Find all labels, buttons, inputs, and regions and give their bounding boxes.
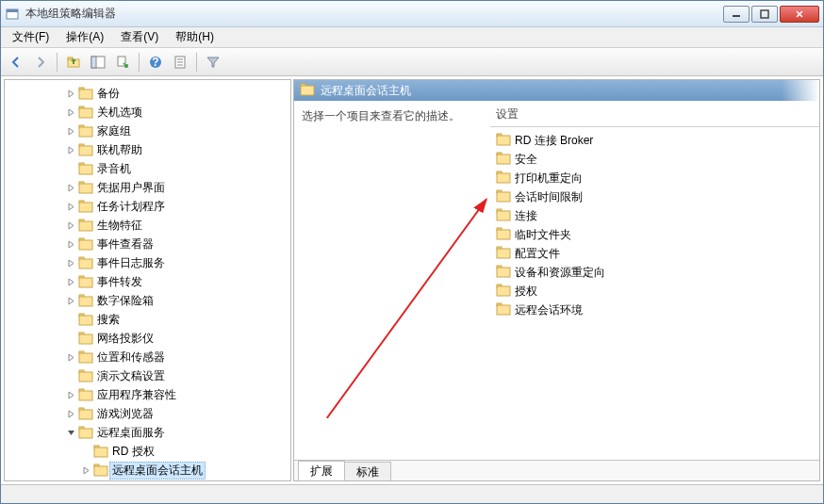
expand-icon[interactable] bbox=[65, 276, 76, 287]
tree-item[interactable]: 远程桌面会话主机 bbox=[5, 461, 290, 480]
tree-item-label: 演示文稿设置 bbox=[97, 368, 165, 384]
tree-item-label: 位置和传感器 bbox=[97, 350, 165, 366]
export-list-button[interactable] bbox=[111, 51, 134, 73]
expand-icon[interactable] bbox=[80, 464, 91, 476]
minimize-button[interactable] bbox=[723, 6, 750, 23]
svg-rect-42 bbox=[79, 334, 92, 344]
setting-item[interactable]: 远程会话环境 bbox=[490, 301, 819, 319]
tab-standard[interactable]: 标准 bbox=[344, 462, 391, 481]
tree-item[interactable]: 事件查看器 bbox=[5, 235, 290, 253]
tab-extended[interactable]: 扩展 bbox=[298, 461, 345, 481]
svg-rect-52 bbox=[79, 429, 92, 438]
toolbar-separator bbox=[196, 53, 197, 72]
tree-item[interactable]: 搜索 bbox=[5, 310, 290, 329]
folder-icon bbox=[78, 388, 93, 401]
expand-icon[interactable] bbox=[65, 201, 76, 212]
forward-button[interactable] bbox=[29, 51, 52, 73]
expand-icon[interactable] bbox=[65, 182, 76, 193]
svg-rect-28 bbox=[79, 203, 92, 212]
tree-item[interactable]: 生物特征 bbox=[5, 216, 290, 235]
tree-pane[interactable]: 备份关机选项家庭组联机帮助录音机凭据用户界面任务计划程序生物特征事件查看器事件日… bbox=[4, 79, 291, 481]
folder-icon bbox=[496, 302, 511, 318]
close-button[interactable] bbox=[780, 6, 819, 23]
divider bbox=[490, 126, 819, 127]
setting-item[interactable]: 连接 bbox=[490, 206, 819, 225]
show-hide-tree-button[interactable] bbox=[87, 51, 109, 73]
folder-icon bbox=[78, 106, 93, 119]
expand-icon[interactable] bbox=[65, 257, 76, 268]
setting-label: RD 连接 Broker bbox=[515, 133, 593, 149]
setting-item[interactable]: 安全 bbox=[490, 150, 819, 169]
svg-rect-68 bbox=[497, 211, 510, 220]
status-bar bbox=[1, 484, 823, 503]
setting-item[interactable]: 临时文件夹 bbox=[490, 225, 819, 244]
tree-item[interactable]: 事件转发 bbox=[5, 272, 290, 291]
setting-label: 远程会话环境 bbox=[515, 302, 583, 318]
tree-item[interactable]: 远程桌面服务 bbox=[5, 423, 290, 442]
expand-icon[interactable] bbox=[65, 295, 76, 306]
tree-item[interactable]: 任务计划程序 bbox=[5, 197, 290, 216]
tree-item[interactable]: 游戏浏览器 bbox=[5, 404, 290, 423]
setting-label: 连接 bbox=[515, 208, 537, 224]
setting-item[interactable]: 打印机重定向 bbox=[490, 169, 819, 187]
tree-item[interactable]: 关机选项 bbox=[5, 103, 290, 122]
setting-item[interactable]: 授权 bbox=[490, 282, 819, 301]
folder-icon bbox=[78, 275, 93, 288]
setting-label: 安全 bbox=[515, 152, 537, 168]
menu-file[interactable]: 文件(F) bbox=[5, 27, 57, 47]
up-button[interactable] bbox=[62, 51, 85, 73]
tree-item-label: 备份 bbox=[97, 86, 120, 102]
setting-label: 设备和资源重定向 bbox=[515, 265, 605, 281]
tree-item[interactable]: 事件日志服务 bbox=[5, 253, 290, 272]
tree-item[interactable]: 家庭组 bbox=[5, 122, 290, 140]
svg-rect-24 bbox=[79, 165, 92, 174]
collapse-icon[interactable] bbox=[65, 427, 76, 438]
setting-item[interactable]: 配置文件 bbox=[490, 244, 819, 263]
expand-icon[interactable] bbox=[65, 88, 76, 99]
main-area: 备份关机选项家庭组联机帮助录音机凭据用户界面任务计划程序生物特征事件查看器事件日… bbox=[1, 76, 823, 484]
expand-icon[interactable] bbox=[65, 351, 76, 363]
tree-item[interactable]: 应用程序兼容性 bbox=[5, 385, 290, 404]
svg-rect-30 bbox=[79, 221, 92, 231]
menu-action[interactable]: 操作(A) bbox=[58, 27, 111, 47]
maximize-button[interactable] bbox=[751, 6, 778, 23]
svg-rect-74 bbox=[497, 268, 510, 277]
help-button[interactable]: ? bbox=[144, 51, 167, 73]
expand-icon[interactable] bbox=[65, 389, 76, 400]
expand-icon[interactable] bbox=[65, 125, 76, 137]
svg-rect-66 bbox=[497, 192, 510, 202]
expand-icon[interactable] bbox=[65, 144, 76, 155]
back-button[interactable] bbox=[5, 51, 27, 73]
setting-item[interactable]: 会话时间限制 bbox=[490, 187, 819, 206]
tree-item[interactable]: 备份 bbox=[5, 84, 290, 103]
svg-text:?: ? bbox=[152, 56, 158, 69]
menu-view[interactable]: 查看(V) bbox=[113, 27, 166, 47]
menu-help[interactable]: 帮助(H) bbox=[168, 27, 222, 47]
description-prompt: 选择一个项目来查看它的描述。 bbox=[302, 109, 460, 122]
tree-item-label: 远程桌面会话主机 bbox=[109, 462, 206, 480]
tree-item[interactable]: RD 授权 bbox=[5, 442, 290, 461]
expand-icon[interactable] bbox=[65, 408, 76, 419]
svg-rect-62 bbox=[497, 154, 510, 164]
tree-item[interactable]: 录音机 bbox=[5, 159, 290, 178]
tree-item-label: 生物特征 bbox=[97, 218, 142, 234]
properties-button[interactable] bbox=[169, 51, 191, 73]
tree-item[interactable]: 凭据用户界面 bbox=[5, 178, 290, 197]
expand-icon[interactable] bbox=[65, 219, 76, 231]
expand-icon[interactable] bbox=[65, 238, 76, 250]
svg-rect-22 bbox=[79, 146, 92, 155]
folder-icon bbox=[496, 171, 511, 187]
tree-item[interactable]: 数字保险箱 bbox=[5, 291, 290, 310]
filter-button[interactable] bbox=[202, 51, 224, 73]
folder-icon bbox=[78, 219, 93, 232]
expand-icon[interactable] bbox=[65, 106, 76, 118]
settings-header[interactable]: 设置 bbox=[490, 105, 819, 124]
tree-item[interactable]: 位置和传感器 bbox=[5, 348, 290, 366]
setting-item[interactable]: RD 连接 Broker bbox=[490, 131, 819, 150]
folder-icon bbox=[93, 445, 108, 458]
svg-rect-70 bbox=[497, 230, 510, 239]
tree-item[interactable]: 联机帮助 bbox=[5, 140, 290, 159]
tree-item[interactable]: 演示文稿设置 bbox=[5, 366, 290, 385]
setting-item[interactable]: 设备和资源重定向 bbox=[490, 263, 819, 282]
tree-item[interactable]: 网络投影仪 bbox=[5, 329, 290, 348]
